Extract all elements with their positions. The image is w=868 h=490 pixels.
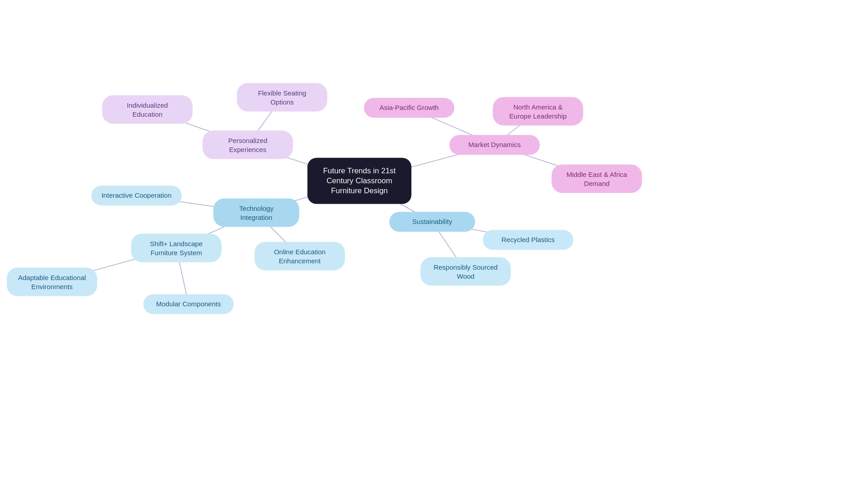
node-online_education: Online Education Enhancement bbox=[255, 242, 345, 271]
node-personalized_experiences: Personalized Experiences bbox=[203, 131, 293, 159]
node-shift_landscape: Shift+ Landscape Furniture System bbox=[131, 234, 222, 262]
node-market_dynamics: Market Dynamics bbox=[449, 135, 540, 155]
node-asia_pacific: Asia-Pacific Growth bbox=[364, 98, 454, 118]
mindmap-container: Future Trends in 21st Century Classroom … bbox=[0, 0, 868, 490]
node-middle_east: Middle East & Africa Demand bbox=[552, 165, 642, 193]
node-technology_integration: Technology Integration bbox=[213, 199, 299, 227]
node-adaptable_environments: Adaptable Educational Environments bbox=[7, 268, 97, 296]
node-modular_components: Modular Components bbox=[143, 294, 234, 314]
node-flexible_seating: Flexible Seating Options bbox=[237, 83, 327, 112]
node-responsibly_sourced: Responsibly Sourced Wood bbox=[420, 257, 511, 286]
node-interactive_cooperation: Interactive Cooperation bbox=[91, 186, 182, 205]
node-recycled_plastics: Recycled Plastics bbox=[483, 230, 573, 250]
node-individualized_education: Individualized Education bbox=[102, 95, 193, 124]
node-sustainability: Sustainability bbox=[389, 212, 475, 232]
node-north_america: North America & Europe Leadership bbox=[493, 97, 583, 126]
node-center: Future Trends in 21st Century Classroom … bbox=[307, 158, 411, 204]
connections-svg bbox=[0, 0, 868, 490]
